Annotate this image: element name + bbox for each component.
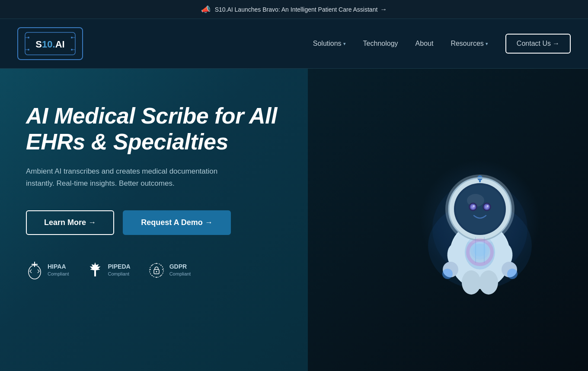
svg-point-54	[479, 270, 498, 295]
svg-point-17	[156, 263, 157, 263]
svg-point-49	[487, 205, 489, 207]
hero-right-panel	[308, 69, 588, 371]
svg-point-36	[507, 269, 518, 279]
svg-point-21	[156, 276, 157, 277]
logo-circuit: S10.AI	[24, 32, 76, 56]
svg-text:S10.AI: S10.AI	[35, 39, 64, 50]
megaphone-icon: 📣	[201, 5, 211, 14]
announcement-text: S10.AI Launches Bravo: An Intelligent Pa…	[215, 6, 378, 13]
svg-point-35	[442, 269, 453, 279]
logo-svg: S10.AI	[24, 32, 76, 56]
svg-point-19	[162, 269, 163, 270]
robot-illustration	[415, 142, 545, 298]
svg-point-58	[473, 244, 486, 257]
contact-us-button[interactable]: Contact Us →	[505, 34, 571, 54]
hero-left-panel: AI Medical Scribe for All EHRs & Special…	[0, 69, 308, 371]
pipeda-badge: PIPEDA Compliant	[86, 261, 131, 280]
svg-point-24	[152, 265, 153, 266]
resources-chevron: ▾	[486, 41, 488, 47]
announcement-arrow: →	[380, 6, 387, 13]
hero-buttons: Learn More → Request A Demo →	[26, 210, 282, 235]
svg-point-18	[160, 265, 161, 266]
svg-rect-13	[94, 270, 96, 276]
svg-point-7	[71, 37, 73, 38]
svg-point-23	[150, 269, 151, 270]
nav-solutions[interactable]: Solutions ▾	[313, 40, 346, 48]
nav-technology[interactable]: Technology	[363, 40, 398, 48]
svg-point-40	[456, 185, 504, 233]
nav-resources[interactable]: Resources ▾	[451, 40, 488, 48]
hero-subtitle: Ambient AI transcribes and creates medic…	[26, 165, 233, 190]
svg-point-6	[28, 49, 29, 51]
announcement-bar: 📣 S10.AI Launches Bravo: An Intelligent …	[0, 0, 588, 19]
svg-point-20	[160, 275, 161, 276]
compliance-badges: HIPAA Compliant PIPEDA Compliant	[26, 261, 282, 280]
gdpr-badge: GDPR Compliant	[148, 261, 191, 280]
svg-point-5	[28, 37, 29, 38]
svg-point-22	[152, 275, 153, 276]
svg-point-48	[473, 205, 475, 207]
svg-point-14	[150, 263, 163, 277]
svg-point-16	[156, 271, 157, 272]
learn-more-button[interactable]: Learn More →	[26, 210, 114, 235]
robot-container	[406, 133, 553, 306]
announcement-link[interactable]: S10.AI Launches Bravo: An Intelligent Pa…	[215, 6, 387, 13]
nav-links: Solutions ▾ Technology About Resources ▾…	[313, 34, 571, 54]
hero-section: AI Medical Scribe for All EHRs & Special…	[0, 69, 588, 371]
hipaa-icon	[26, 261, 43, 280]
solutions-chevron: ▾	[343, 41, 346, 47]
logo-box: S10.AI	[17, 27, 83, 60]
request-demo-button[interactable]: Request A Demo →	[123, 210, 231, 235]
svg-point-53	[462, 270, 481, 295]
nav-about[interactable]: About	[415, 40, 434, 48]
svg-point-8	[71, 49, 73, 51]
logo-container: S10.AI	[17, 27, 83, 60]
pipeda-icon	[86, 261, 104, 280]
hipaa-badge: HIPAA Compliant	[26, 261, 69, 280]
main-nav: S10.AI Solutions ▾ Technology About Reso…	[0, 19, 588, 69]
hero-title: AI Medical Scribe for All EHRs & Special…	[26, 103, 282, 155]
gdpr-icon	[148, 261, 165, 280]
